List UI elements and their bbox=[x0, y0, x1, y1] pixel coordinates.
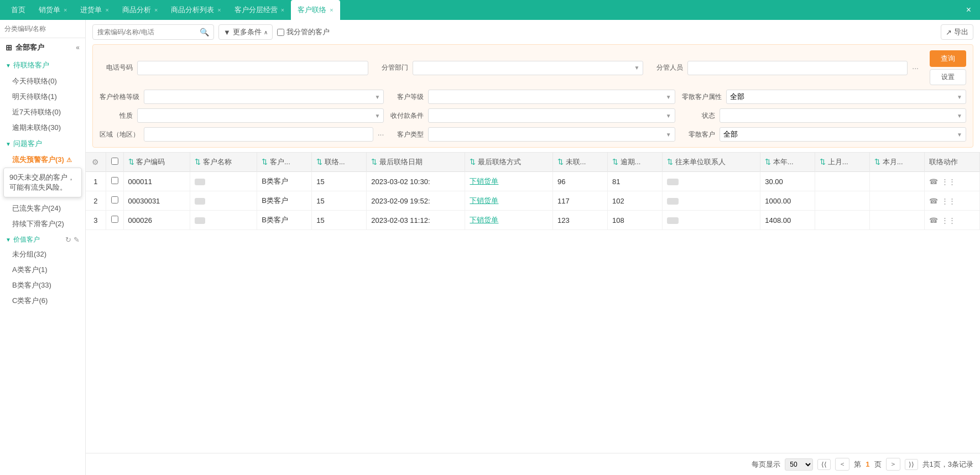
tab-analysis[interactable]: 商品分析 × bbox=[116, 0, 164, 20]
my-customer-checkbox[interactable] bbox=[277, 29, 284, 36]
sidebar-item-7days[interactable]: 近7天待联络(0) bbox=[0, 105, 85, 120]
filter-status-select[interactable]: ▼ bbox=[720, 108, 966, 123]
sidebar-item-ungrouped[interactable]: 未分组(32) bbox=[0, 247, 85, 262]
filter-customer-type-select[interactable]: ▼ bbox=[428, 127, 675, 142]
refresh-icon[interactable]: ↻ bbox=[65, 236, 71, 244]
filter-dept-select[interactable]: ▼ bbox=[413, 61, 644, 75]
sidebar-item-b-class[interactable]: B类客户(33) bbox=[0, 278, 85, 293]
contact-action-icon[interactable]: ☎ bbox=[929, 197, 938, 205]
filter-price-level-select[interactable]: ▼ bbox=[144, 90, 384, 104]
cell-this-year: 1000.00 bbox=[760, 191, 815, 211]
prev-page-btn[interactable]: ＜ bbox=[835, 458, 849, 471]
filter-customer-level-select[interactable]: ▼ bbox=[428, 90, 675, 104]
filter-scatter-attr-label: 零散客户属性 bbox=[682, 92, 722, 102]
search-input-wrap: 🔍 bbox=[92, 24, 214, 40]
sidebar-item-declining[interactable]: 持续下滑客户(2) bbox=[0, 216, 85, 232]
filter-region-select[interactable] bbox=[144, 127, 373, 142]
collapse-sidebar-icon[interactable]: « bbox=[76, 44, 80, 51]
cell-checkbox[interactable] bbox=[106, 172, 123, 191]
more-action-icon[interactable]: ⋮⋮ bbox=[941, 197, 956, 205]
tab-sales[interactable]: 销货单 × bbox=[32, 0, 74, 20]
export-btn[interactable]: ↗ 导出 bbox=[941, 24, 973, 40]
tab-home[interactable]: 首页 bbox=[4, 0, 32, 20]
edit-icon[interactable]: ✎ bbox=[74, 236, 80, 244]
sidebar-group-value-label[interactable]: 价值客户 bbox=[13, 235, 40, 244]
sidebar-item-churn-warn[interactable]: 流失预警客户(3) ⚠ bbox=[0, 152, 85, 168]
sidebar-item-tomorrow[interactable]: 明天待联络(1) bbox=[0, 89, 85, 105]
settings-button[interactable]: 设置 bbox=[930, 69, 966, 85]
filter-region-dots[interactable]: ··· bbox=[378, 130, 384, 139]
col-last-month-sort-icon[interactable]: ⇅ bbox=[820, 158, 826, 166]
first-page-btn[interactable]: ⟨⟨ bbox=[817, 459, 831, 470]
col-last-method-sort-icon[interactable]: ⇅ bbox=[470, 158, 476, 166]
per-page-select[interactable]: 50 100 bbox=[785, 458, 813, 471]
filter-item-customer-type: 客户类型 ▼ bbox=[390, 127, 675, 142]
tab-analysis-close[interactable]: × bbox=[154, 7, 158, 13]
sidebar-item-c-class[interactable]: C类客户(6) bbox=[0, 293, 85, 309]
sidebar-group-pending[interactable]: ▼ 待联络客户 bbox=[0, 57, 85, 74]
more-action-icon[interactable]: ⋮⋮ bbox=[941, 216, 956, 225]
col-no-contact-sort-icon[interactable]: ⇅ bbox=[557, 158, 564, 166]
col-gear[interactable]: ⚙ bbox=[86, 153, 106, 172]
col-last-date-sort-icon[interactable]: ⇅ bbox=[371, 158, 377, 166]
col-checkbox[interactable] bbox=[106, 153, 123, 172]
tab-customer-tier[interactable]: 客户分层经营 × bbox=[228, 0, 291, 20]
last-method-link[interactable]: 下销货单 bbox=[470, 196, 498, 205]
col-type-sort-icon[interactable]: ⇅ bbox=[262, 158, 268, 166]
filter-phone-input[interactable] bbox=[137, 61, 368, 75]
col-contact-sort-icon[interactable]: ⇅ bbox=[316, 158, 322, 166]
query-button[interactable]: 查询 bbox=[930, 50, 966, 67]
row-checkbox[interactable] bbox=[111, 177, 118, 184]
settings-gear-icon[interactable]: ⚙ bbox=[92, 158, 99, 166]
col-unit-contact-sort-icon[interactable]: ⇅ bbox=[667, 158, 673, 166]
sidebar-group-problem[interactable]: ▼ 问题客户 bbox=[0, 135, 85, 152]
filter-nature-select[interactable]: ▼ bbox=[137, 108, 384, 123]
sidebar-item-today[interactable]: 今天待联络(0) bbox=[0, 74, 85, 89]
filter-scatter-select[interactable]: 全部 ▼ bbox=[720, 127, 966, 142]
next-page-btn[interactable]: ＞ bbox=[886, 458, 900, 471]
main-search-input[interactable] bbox=[97, 28, 200, 36]
filter-payment-select[interactable]: ▼ bbox=[428, 108, 675, 123]
filter-manager-label: 分管人员 bbox=[650, 63, 683, 72]
tab-customer-contact-close[interactable]: × bbox=[330, 7, 333, 13]
select-all-checkbox[interactable] bbox=[111, 158, 118, 165]
last-page-btn[interactable]: ⟩⟩ bbox=[905, 459, 918, 470]
close-all-tabs[interactable]: × bbox=[962, 5, 976, 15]
tab-purchase[interactable]: 进货单 × bbox=[74, 0, 115, 20]
cell-checkbox[interactable] bbox=[106, 191, 123, 211]
col-this-year-sort-icon[interactable]: ⇅ bbox=[765, 158, 771, 166]
export-label: 导出 bbox=[954, 27, 968, 37]
tab-analysis-list-close[interactable]: × bbox=[217, 7, 221, 13]
sidebar-item-churned[interactable]: 已流失客户(24) bbox=[0, 201, 85, 216]
col-code-sort-icon[interactable]: ⇅ bbox=[128, 158, 134, 166]
tab-analysis-list[interactable]: 商品分析列表 × bbox=[164, 0, 227, 20]
row-checkbox[interactable] bbox=[111, 216, 118, 223]
row-checkbox[interactable] bbox=[111, 196, 118, 203]
col-overdue-sort-icon[interactable]: ⇅ bbox=[612, 158, 618, 166]
more-action-icon[interactable]: ⋮⋮ bbox=[941, 178, 956, 186]
sidebar: 🔍 ⊞ 全部客户 « ▼ 待联络客户 今天待联络(0) 明天待联络(1) 近7天… bbox=[0, 20, 86, 475]
cell-index: 2 bbox=[86, 191, 106, 211]
tab-sales-close[interactable]: × bbox=[64, 7, 67, 13]
tab-customer-tier-close[interactable]: × bbox=[281, 7, 284, 13]
sidebar-item-a-class[interactable]: A类客户(1) bbox=[0, 262, 85, 278]
tab-purchase-close[interactable]: × bbox=[105, 7, 108, 13]
cell-checkbox[interactable] bbox=[106, 211, 123, 230]
last-method-link[interactable]: 下销货单 bbox=[470, 177, 498, 185]
col-this-month-sort-icon[interactable]: ⇅ bbox=[874, 158, 880, 166]
sidebar-item-overdue[interactable]: 逾期未联络(30) bbox=[0, 120, 85, 135]
sidebar-search-input[interactable] bbox=[4, 25, 86, 33]
all-customers-header[interactable]: ⊞ 全部客户 « bbox=[0, 38, 85, 57]
tab-customer-contact[interactable]: 客户联络 × bbox=[291, 0, 340, 20]
contact-action-icon[interactable]: ☎ bbox=[929, 216, 938, 225]
page-label: 页 bbox=[874, 460, 882, 469]
last-method-link[interactable]: 下销货单 bbox=[470, 216, 498, 224]
main-search-icon[interactable]: 🔍 bbox=[200, 28, 209, 36]
more-conditions-btn[interactable]: ▼ 更多条件 ∧ bbox=[218, 24, 273, 40]
filter-scatter-attr-select[interactable]: 全部 ▼ bbox=[726, 90, 966, 104]
col-name-sort-icon[interactable]: ⇅ bbox=[195, 158, 201, 166]
contact-action-icon[interactable]: ☎ bbox=[929, 178, 938, 186]
filter-manager-select[interactable] bbox=[687, 61, 908, 75]
filter-manager-dots[interactable]: ··· bbox=[912, 64, 919, 72]
my-customer-check[interactable]: 我分管的客户 bbox=[277, 27, 330, 37]
